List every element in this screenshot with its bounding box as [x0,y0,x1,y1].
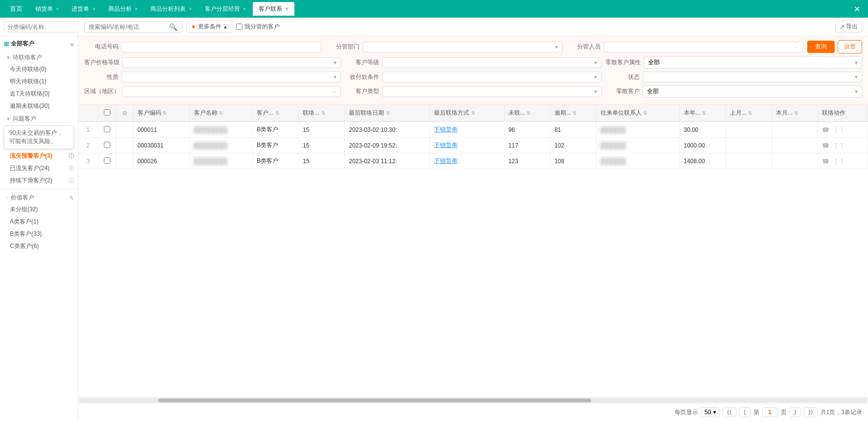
sidebar-collapse-btn[interactable]: « [70,40,74,48]
query-button[interactable]: 查询 [807,41,835,53]
sidebar-search-input[interactable] [4,22,78,32]
col-header-name[interactable]: 客户名称 ⇅ [190,105,252,122]
last-way-link[interactable]: 下销货单 [434,142,458,149]
search-icon-btn[interactable]: 🔍 [169,23,177,31]
tab-product-analysis-list[interactable]: 商品分析列表 × [145,2,197,16]
select-all-checkbox[interactable] [104,109,110,116]
col-header-last-month[interactable]: 上月... ⇅ [725,105,772,122]
filter-scatter-attr-select[interactable]: 全部 ▾ [644,56,862,69]
filter-dept-select[interactable]: ▾ [362,42,562,52]
filter-phone-input[interactable] [121,42,321,52]
page-prev-btn[interactable]: ⟨ [739,407,750,417]
sidebar-item-tomorrow-pending[interactable]: 明天待联络(1) [0,75,78,88]
bottom-scrollbar[interactable] [78,397,868,403]
filter-region: 区域（地区） ··· [84,86,341,97]
filter-status-select[interactable]: ▾ [643,72,862,82]
last-way-link[interactable]: 下销货单 [434,126,458,133]
settings-button[interactable]: 设置 [838,40,862,53]
cell-this-month [772,122,818,138]
filter-ctype-select[interactable]: ▾ [382,86,602,97]
search-input[interactable] [89,24,167,30]
sidebar-item-ungrouped[interactable]: 未分组(32) [0,203,78,216]
cell-check[interactable] [98,138,116,153]
filter-region-select[interactable]: ··· [122,86,341,97]
page-last-btn[interactable]: ⟩⟩ [804,407,818,417]
sidebar-item-a-class[interactable]: A类客户(1) [0,216,78,228]
col-header-no-contact[interactable]: 未联... ⇅ [504,105,550,122]
tab-customer-tier[interactable]: 客户分层经营 × [199,2,252,16]
row-checkbox[interactable] [104,157,110,164]
page-next-btn[interactable]: ⟩ [790,407,801,417]
cell-last-way[interactable]: 下销货单 [430,122,505,138]
sidebar-item-c-class[interactable]: C类客户(6) [0,240,78,252]
tab-product-analysis-list-close[interactable]: × [189,6,192,12]
col-header-last-way[interactable]: 最后联络方式 ⇅ [430,105,505,122]
col-header-this-year[interactable]: 本年... ⇅ [679,105,725,122]
cell-last-way[interactable]: 下销货单 [430,138,505,153]
filter-scatter-select[interactable]: 全部 ▾ [643,85,862,98]
tab-sales-order-close[interactable]: × [56,6,59,12]
tab-sales-order[interactable]: 销货单 × [29,2,65,16]
col-header-code[interactable]: 客户编码 ⇅ [133,105,190,122]
my-customers-checkbox[interactable] [236,24,242,30]
row-checkbox[interactable] [104,126,110,132]
filter-panel: 电话号码 分管部门 ▾ 分管人员 ··· [78,36,868,105]
sidebar-group-pending[interactable]: ▼ 待联络客户 [0,51,78,63]
action-phone-icon[interactable]: ☎ [822,142,829,149]
tab-customer-contact-close[interactable]: × [285,6,288,12]
action-phone-icon[interactable]: ☎ [822,126,829,133]
sidebar-group-value[interactable]: ○ 价值客户 ✎ [0,191,78,203]
sidebar-item-b-class[interactable]: B类客户(33) [0,228,78,240]
col-header-this-month[interactable]: 本月... ⇅ [772,105,818,122]
tab-product-analysis[interactable]: 商品分析 × [102,2,144,16]
last-way-link[interactable]: 下销货单 [434,157,458,164]
action-more-icon[interactable]: ⋮⋮ [833,158,845,165]
my-customers-checkbox-wrap[interactable]: 我分管的客户 [236,23,280,31]
filter-more-btn[interactable]: ▼ 更多条件 ▲ [186,21,232,33]
cell-code: 000026 [133,153,190,169]
tab-purchase-order[interactable]: 进货单 × [66,2,101,16]
cell-last-month [725,122,772,138]
tab-customer-tier-close[interactable]: × [243,6,246,12]
filter-manager-select[interactable]: ··· [603,42,803,52]
action-more-icon[interactable]: ⋮⋮ [833,142,845,149]
col-header-last-date[interactable]: 最后联络日期 ⇅ [345,105,430,122]
sidebar-item-overdue-pending[interactable]: 逾期未联络(30) [0,100,78,112]
filter-customer-tier-select[interactable]: ▾ [382,57,602,68]
sidebar-item-today-pending[interactable]: 今天待联络(0) [0,63,78,75]
col-header-unit-contact[interactable]: 往来单位联系人 ⇅ [597,105,680,122]
action-phone-icon[interactable]: ☎ [822,158,829,165]
cell-check[interactable] [98,122,116,138]
col-header-settings[interactable]: ⚙ [116,105,133,122]
tab-purchase-order-close[interactable]: × [92,6,95,12]
sort-icon-code: ⇅ [163,110,167,116]
col-header-type[interactable]: 客户... ⇅ [253,105,299,122]
tab-home[interactable]: 首页 [4,4,28,13]
filter-price-tier-select[interactable]: ▾ [122,57,341,68]
tab-customer-contact[interactable]: 客户联系 × [253,2,294,16]
tab-product-analysis-close[interactable]: × [135,6,138,12]
filter-payment-select[interactable]: ▾ [382,72,602,82]
export-btn[interactable]: ↗ 导出 [835,21,862,33]
sidebar-item-declining[interactable]: 持续下滑客户(2) ⓘ [0,174,78,187]
col-header-overdue[interactable]: 逾期... ⇅ [550,105,596,122]
filter-nature-select[interactable]: ▾ [121,72,341,82]
row-checkbox[interactable] [104,142,110,148]
col-header-contact[interactable]: 联络... ⇅ [299,105,345,122]
action-more-icon[interactable]: ⋮⋮ [833,126,845,133]
edit-icon-value[interactable]: ✎ [69,195,74,201]
sidebar-all-customers[interactable]: ⊞ 全部客户 « [0,37,78,51]
table-row: 1 000011 ████████ B类客户 15 2023-03-02 10:… [78,122,868,138]
window-close-icon[interactable]: ✕ [850,4,864,14]
filter-customer-tier-label: 客户等级 [345,58,379,67]
page-input[interactable] [762,407,778,417]
per-page-select[interactable]: 50 ▾ [701,407,719,417]
sidebar-item-churned[interactable]: 已流失客户(24) ⓘ [0,162,78,174]
sidebar-group-problem[interactable]: ▼ 问题客户 [0,112,78,124]
sidebar-item-week-pending[interactable]: 近7天待联络(0) [0,88,78,100]
page-first-btn[interactable]: ⟨⟨ [723,407,736,417]
sidebar-item-churn-warning[interactable]: 流失预警客户(3) ⓘ [0,150,78,162]
cell-check[interactable] [98,153,116,169]
cell-last-way[interactable]: 下销货单 [430,153,505,169]
col-header-check[interactable] [98,105,116,122]
